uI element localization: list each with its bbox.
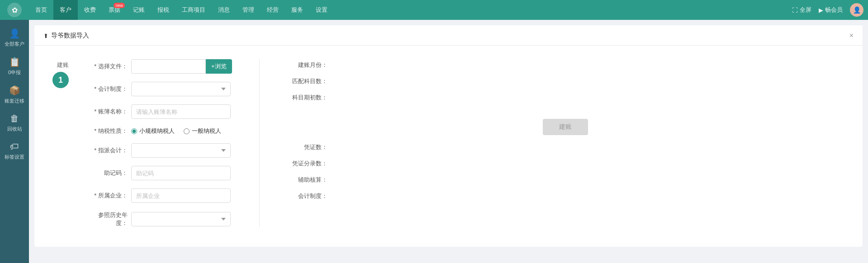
ledger-name-input[interactable] [131,104,231,119]
tax-type-radio-group: 小规模纳税人 一般纳税人 [131,127,221,135]
top-nav: ✿ 首页 客户 收费 票据 new 记账 报税 工商项目 消息 管理 经营 服务… [0,0,868,20]
accountant-label: * 指派会计： [91,146,128,155]
accounting-system-label: * 会计制度： [91,85,128,93]
info-row-voucher-entries: 凭证分录数： [287,160,844,168]
declaration-icon: 📋 [9,56,20,67]
sidebar-item-recycle[interactable]: 🗑 回收站 [0,109,29,137]
voucher-count-label: 凭证数： [287,143,327,151]
nav-item-management[interactable]: 管理 [236,0,261,20]
nav-item-operations[interactable]: 经营 [261,0,285,20]
form-row-ledger-name: * 账簿名称： [91,104,232,119]
nav-item-home[interactable]: 首页 [29,0,53,20]
recycle-icon: 🗑 [10,113,19,124]
avatar-icon: 👤 [853,6,861,14]
info-row-build-month: 建账月份： [287,61,844,69]
match-subjects-label: 匹配科目数： [287,77,327,85]
content-area: ⬆ 导爷数据导入 × 建账 1 * 选择文件： [29,20,868,263]
form-row-company: * 所属企业： [91,188,232,203]
fullscreen-button[interactable]: ⛶ 全屏 [792,6,811,14]
sidebar-item-tags[interactable]: 🏷 标签设置 [0,137,29,165]
member-button[interactable]: ▶ 畅会员 [819,6,843,14]
company-label: * 所属企业： [91,192,128,200]
build-account-button[interactable]: 建账 [543,119,588,135]
sidebar: 👤 全部客户 📋 0申报 📦 账套迁移 🗑 回收站 🏷 标签设置 [0,20,29,263]
accounting-system-select[interactable] [131,82,231,96]
panel-header: ⬆ 导爷数据导入 × [34,25,863,46]
step-indicator: 建账 1 [52,59,73,227]
accountant-select[interactable] [131,143,231,158]
nav-item-services[interactable]: 服务 [285,0,309,20]
sidebar-item-declaration[interactable]: 📋 0申报 [0,52,29,80]
step-circle: 1 [52,72,69,88]
migration-icon: 📦 [9,85,20,96]
sidebar-item-all-clients[interactable]: 👤 全部客户 [0,23,29,52]
form-section-left: * 选择文件： +浏览 * 会计制度： [91,59,232,227]
new-badge: new [114,3,125,8]
form-row-history-year: 参照历史年度： [91,211,232,227]
browse-button[interactable]: +浏览 [206,59,232,74]
nav-item-invoices[interactable]: 票据 new [102,0,127,20]
info-row-match-subjects: 匹配科目数： [287,77,844,85]
auxiliary-label: 辅助核算： [287,176,327,184]
panel-title: ⬆ 导爷数据导入 [43,32,89,40]
nav-item-messages[interactable]: 消息 [212,0,236,20]
form-row-file: * 选择文件： +浏览 [91,59,232,74]
close-button[interactable]: × [849,32,854,40]
radio-small-scale[interactable]: 小规模纳税人 [131,127,175,135]
radio-general-input[interactable] [184,128,190,134]
form-container: 建账 1 * 选择文件： +浏览 * 会计制度： [34,46,863,241]
radio-small-scale-input[interactable] [131,128,137,134]
ledger-name-label: * 账簿名称： [91,108,128,116]
nav-item-settings[interactable]: 设置 [309,0,334,20]
form-row-accountant: * 指派会计： [91,143,232,158]
subject-initial-label: 科目期初数： [287,94,327,102]
info-row-subject-initial: 科目期初数： [287,94,844,102]
voucher-entries-label: 凭证分录数： [287,160,327,168]
tags-icon: 🏷 [10,141,19,152]
member-icon: ▶ [819,7,823,14]
history-year-select[interactable] [131,212,231,226]
memo-label: 助记码： [91,169,128,177]
app-logo: ✿ [5,0,24,20]
avatar[interactable]: 👤 [850,3,863,17]
logo-icon: ✿ [7,3,22,17]
form-row-tax-type: * 纳税性质： 小规模纳税人 一般纳税人 [91,127,232,135]
form-right-info: 建账月份： 匹配科目数： 科目期初数： 建账 [287,59,844,227]
info-row-auxiliary: 辅助核算： [287,176,844,184]
form-row-memo: 助记码： [91,166,232,180]
form-row-accounting-system: * 会计制度： [91,82,232,96]
accounting-system-right-label: 会计制度： [287,192,327,200]
sidebar-item-migration[interactable]: 📦 账套迁移 [0,80,29,109]
history-year-label: 参照历史年度： [91,211,128,227]
build-month-label: 建账月份： [287,61,327,69]
all-clients-icon: 👤 [9,28,20,39]
vertical-divider [259,59,260,227]
nav-item-bookkeeping[interactable]: 记账 [127,0,151,20]
import-panel: ⬆ 导爷数据导入 × 建账 1 * 选择文件： [34,25,863,247]
fullscreen-icon: ⛶ [792,7,798,14]
memo-input[interactable] [131,166,231,180]
file-text-input[interactable] [131,59,206,74]
main-layout: 👤 全部客户 📋 0申报 📦 账套迁移 🗑 回收站 🏷 标签设置 ⬆ [0,20,868,263]
nav-item-business[interactable]: 工商项目 [175,0,212,20]
import-icon: ⬆ [43,33,48,39]
radio-general[interactable]: 一般纳税人 [184,127,221,135]
file-input-group: +浏览 [131,59,232,74]
nav-item-clients[interactable]: 客户 [53,0,78,20]
nav-item-tax[interactable]: 报税 [151,0,175,20]
file-label: * 选择文件： [91,62,128,70]
info-row-voucher-count: 凭证数： [287,143,844,151]
nav-item-fees[interactable]: 收费 [78,0,102,20]
tax-type-label: * 纳税性质： [91,127,128,135]
info-row-accounting-system-right: 会计制度： [287,192,844,200]
nav-right: ⛶ 全屏 ▶ 畅会员 👤 [792,3,863,17]
company-input[interactable] [131,188,231,203]
